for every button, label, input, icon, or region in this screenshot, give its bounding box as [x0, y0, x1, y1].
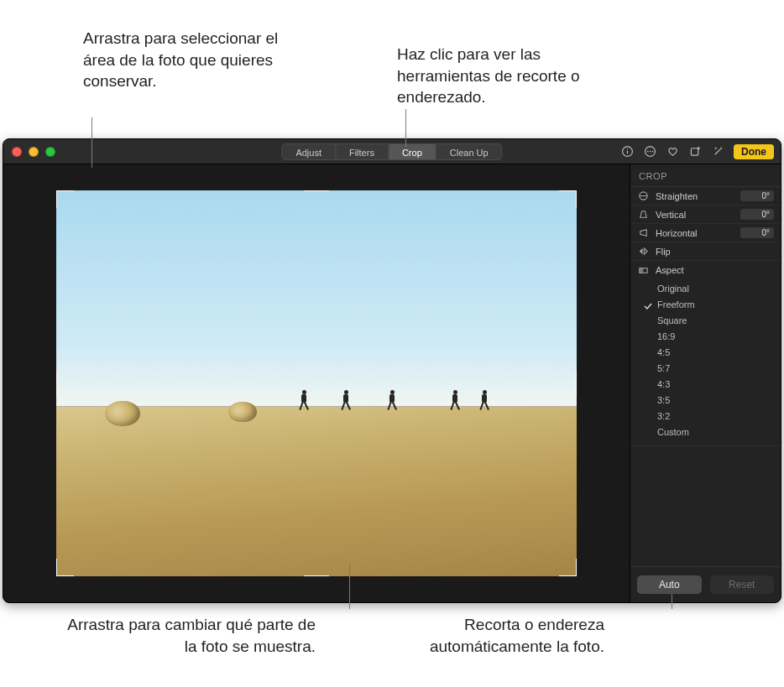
- flip-icon: [637, 246, 649, 258]
- flip-row[interactable]: Flip: [630, 242, 781, 261]
- straighten-label: Straighten: [656, 191, 734, 201]
- straighten-value[interactable]: 0°: [740, 190, 774, 201]
- svg-point-4: [646, 151, 648, 153]
- tab-filters[interactable]: Filters: [336, 144, 389, 159]
- hay-bale: [228, 402, 257, 422]
- person-silhouette: [300, 390, 308, 410]
- add-to-album-icon[interactable]: [688, 145, 702, 159]
- photo-field: [56, 407, 577, 576]
- window-controls: [12, 147, 55, 157]
- more-icon[interactable]: [643, 145, 656, 159]
- straighten-row[interactable]: Straighten 0°: [630, 187, 781, 206]
- aspect-freeform[interactable]: Freeform: [630, 297, 781, 313]
- tab-adjust[interactable]: Adjust: [282, 144, 336, 159]
- titlebar: Adjust Filters Crop Clean Up Done: [3, 139, 781, 164]
- straighten-icon: [637, 190, 649, 202]
- aspect-original[interactable]: Original: [630, 281, 781, 297]
- auto-enhance-wand-icon[interactable]: [711, 145, 724, 159]
- svg-rect-7: [691, 148, 698, 155]
- horizontal-perspective-icon: [637, 227, 649, 239]
- aspect-16-9[interactable]: 16:9: [630, 329, 781, 345]
- svg-point-2: [626, 148, 627, 149]
- tab-crop[interactable]: Crop: [389, 144, 436, 159]
- auto-crop-button[interactable]: Auto: [637, 575, 702, 594]
- minimize-window-button[interactable]: [29, 147, 39, 157]
- horizontal-label: Horizontal: [656, 228, 734, 238]
- aspect-custom[interactable]: Custom: [630, 424, 781, 440]
- person-silhouette: [388, 390, 396, 410]
- crop-inspector-panel: CROP Straighten 0° Vertical 0° Hori: [630, 164, 781, 602]
- editor-body: CROP Straighten 0° Vertical 0° Hori: [3, 164, 781, 602]
- favorite-heart-icon[interactable]: [666, 145, 679, 159]
- horizontal-value[interactable]: 0°: [740, 227, 774, 238]
- photo-crop-region[interactable]: [56, 190, 577, 576]
- callout-drag-select: Arrastra para seleccionar el área de la …: [83, 28, 310, 92]
- aspect-5-7[interactable]: 5:7: [630, 361, 781, 377]
- edit-mode-tabs: Adjust Filters Crop Clean Up: [281, 143, 502, 160]
- person-silhouette: [451, 390, 459, 410]
- titlebar-right-controls: Done: [620, 144, 774, 159]
- svg-point-5: [649, 151, 651, 153]
- flip-label: Flip: [656, 247, 774, 257]
- callout-auto: Recorta o endereza automáticamente la fo…: [369, 614, 604, 657]
- svg-point-6: [651, 151, 653, 153]
- panel-footer: Auto Reset: [630, 566, 781, 602]
- svg-line-10: [714, 149, 720, 155]
- person-silhouette: [480, 390, 489, 410]
- aspect-square[interactable]: Square: [630, 313, 781, 329]
- callout-drag-move: Arrastra para cambiar qué parte de la fo…: [55, 614, 316, 657]
- done-button[interactable]: Done: [734, 144, 774, 159]
- vertical-label: Vertical: [656, 210, 734, 220]
- info-icon[interactable]: [620, 145, 634, 159]
- aspect-4-3[interactable]: 4:3: [630, 377, 781, 393]
- callout-leader: [349, 564, 350, 609]
- panel-title: CROP: [630, 164, 781, 187]
- callout-leader: [91, 117, 92, 168]
- aspect-row[interactable]: Aspect: [630, 261, 781, 279]
- callout-leader: [672, 594, 672, 609]
- aspect-freeform-label: Freeform: [657, 299, 695, 310]
- hay-bale: [105, 401, 140, 426]
- aspect-icon: [637, 264, 649, 276]
- person-silhouette: [342, 390, 350, 410]
- vertical-value[interactable]: 0°: [740, 209, 774, 220]
- svg-rect-18: [639, 268, 643, 273]
- callout-crop-tools: Haz clic para ver las herramientas de re…: [397, 44, 632, 108]
- vertical-row[interactable]: Vertical 0°: [630, 206, 781, 224]
- zoom-window-button[interactable]: [45, 147, 55, 157]
- aspect-4-5[interactable]: 4:5: [630, 345, 781, 361]
- aspect-ratio-list: Original Freeform Square 16:9 4:5 5:7 4:…: [630, 279, 781, 446]
- aspect-3-2[interactable]: 3:2: [630, 409, 781, 424]
- vertical-perspective-icon: [637, 209, 649, 221]
- canvas-area: [3, 164, 630, 602]
- close-window-button[interactable]: [12, 147, 22, 157]
- callout-leader: [405, 109, 406, 147]
- photos-edit-window: Adjust Filters Crop Clean Up Done: [3, 138, 781, 603]
- horizontal-row[interactable]: Horizontal 0°: [630, 224, 781, 242]
- aspect-3-5[interactable]: 3:5: [630, 393, 781, 409]
- tab-cleanup[interactable]: Clean Up: [436, 144, 502, 159]
- aspect-label: Aspect: [656, 265, 774, 275]
- reset-button[interactable]: Reset: [710, 575, 775, 594]
- checkmark-icon: [644, 299, 652, 308]
